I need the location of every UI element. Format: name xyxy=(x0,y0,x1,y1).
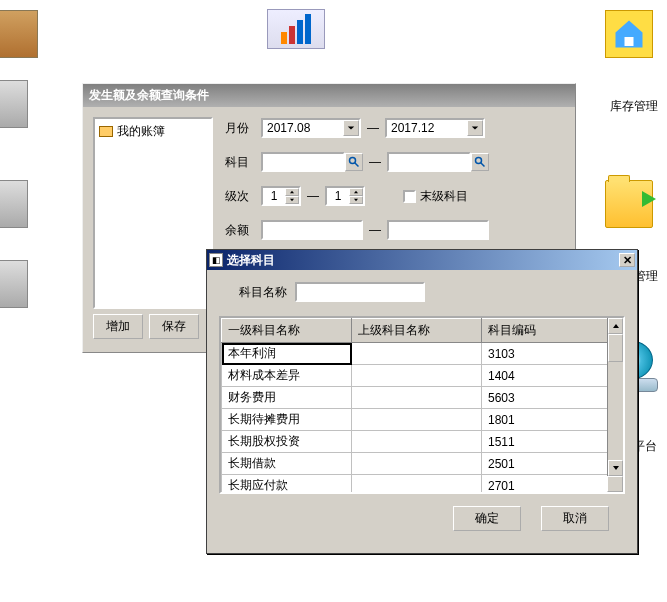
table-cell[interactable]: 长期借款 xyxy=(222,453,352,475)
month-from-combo[interactable] xyxy=(261,118,361,138)
spin-up-icon[interactable] xyxy=(285,188,299,196)
balance-from-input-wrap xyxy=(261,220,363,240)
subject-name-input[interactable] xyxy=(297,284,423,300)
subject-grid[interactable]: 一级科目名称 上级科目名称 科目编码 本年利润3103材料成本差异1404财务费… xyxy=(219,316,625,494)
balance-from-input[interactable] xyxy=(263,222,361,238)
table-cell[interactable] xyxy=(352,431,482,453)
gray-app-icon[interactable] xyxy=(0,80,28,128)
dash: — xyxy=(369,155,381,169)
balance-to-input-wrap xyxy=(387,220,489,240)
level-label: 级次 xyxy=(225,188,261,205)
table-row[interactable]: 长期股权投资1511 xyxy=(222,431,623,453)
close-icon[interactable]: ✕ xyxy=(619,253,635,267)
spin-down-icon[interactable] xyxy=(349,196,363,204)
gray-app-icon-3[interactable] xyxy=(0,260,28,308)
month-to-combo[interactable] xyxy=(385,118,485,138)
table-cell[interactable]: 1801 xyxy=(482,409,623,431)
box-icon[interactable] xyxy=(0,10,38,58)
table-cell[interactable]: 1511 xyxy=(482,431,623,453)
svg-line-3 xyxy=(481,163,485,167)
subject-from-input[interactable] xyxy=(263,154,343,170)
dash: — xyxy=(367,121,379,135)
balance-to-input[interactable] xyxy=(389,222,487,238)
table-row[interactable]: 长期借款2501 xyxy=(222,453,623,475)
subject-name-input-wrap xyxy=(295,282,425,302)
balance-label: 余额 xyxy=(225,222,261,239)
col-code[interactable]: 科目编码 xyxy=(482,319,623,343)
subject-name-label: 科目名称 xyxy=(239,284,287,301)
chart-icon[interactable] xyxy=(267,9,325,49)
subject-to-input-wrap xyxy=(387,152,471,172)
level-to-spinner[interactable] xyxy=(325,186,365,206)
col-l1-name[interactable]: 一级科目名称 xyxy=(222,319,352,343)
table-cell[interactable]: 材料成本差异 xyxy=(222,365,352,387)
table-row[interactable]: 本年利润3103 xyxy=(222,343,623,365)
spin-up-icon[interactable] xyxy=(349,188,363,196)
month-from-input[interactable] xyxy=(263,120,343,136)
add-button[interactable]: 增加 xyxy=(93,314,143,339)
table-cell[interactable] xyxy=(352,475,482,495)
table-cell[interactable] xyxy=(352,409,482,431)
scroll-up-icon[interactable] xyxy=(608,318,623,334)
ledger-tree[interactable]: 我的账簿 xyxy=(93,117,213,309)
table-cell[interactable]: 2701 xyxy=(482,475,623,495)
table-cell[interactable]: 长期待摊费用 xyxy=(222,409,352,431)
table-cell[interactable]: 本年利润 xyxy=(222,343,352,365)
cancel-button[interactable]: 取消 xyxy=(541,506,609,531)
tree-root-item[interactable]: 我的账簿 xyxy=(99,123,207,140)
level-from-spinner[interactable] xyxy=(261,186,301,206)
col-parent-name[interactable]: 上级科目名称 xyxy=(352,319,482,343)
dropdown-icon[interactable] xyxy=(467,120,483,136)
subject-from-input-wrap xyxy=(261,152,345,172)
level-to-input[interactable] xyxy=(327,188,349,204)
table-row[interactable]: 材料成本差异1404 xyxy=(222,365,623,387)
scroll-thumb[interactable] xyxy=(608,334,623,362)
gray-app-icon-2[interactable] xyxy=(0,180,28,228)
dialog-title: 选择科目 xyxy=(227,252,619,269)
inventory-label: 库存管理 xyxy=(610,98,658,115)
leaf-subject-checkbox[interactable] xyxy=(403,190,416,203)
table-cell[interactable]: 5603 xyxy=(482,387,623,409)
table-row[interactable]: 长期应付款2701 xyxy=(222,475,623,495)
dash: — xyxy=(369,223,381,237)
home-icon[interactable] xyxy=(605,10,653,58)
folder-icon xyxy=(99,126,113,137)
select-subject-dialog: ◧ 选择科目 ✕ 科目名称 一级科目名称 上级科目名称 科目编码 本年利润310… xyxy=(206,249,638,554)
table-row[interactable]: 财务费用5603 xyxy=(222,387,623,409)
search-icon[interactable] xyxy=(471,153,489,171)
dash: — xyxy=(307,189,319,203)
ok-button[interactable]: 确定 xyxy=(453,506,521,531)
save-button[interactable]: 保存 xyxy=(149,314,199,339)
svg-point-2 xyxy=(476,158,482,164)
scroll-corner xyxy=(607,476,623,492)
table-row[interactable]: 长期待摊费用1801 xyxy=(222,409,623,431)
level-from-input[interactable] xyxy=(263,188,285,204)
table-cell[interactable]: 长期股权投资 xyxy=(222,431,352,453)
month-to-input[interactable] xyxy=(387,120,467,136)
svg-line-1 xyxy=(355,163,359,167)
folder-export-icon[interactable] xyxy=(605,180,653,228)
leaf-subject-label: 末级科目 xyxy=(420,188,468,205)
table-cell[interactable] xyxy=(352,365,482,387)
table-cell[interactable] xyxy=(352,453,482,475)
scroll-down-icon[interactable] xyxy=(608,460,623,476)
vertical-scrollbar[interactable] xyxy=(607,318,623,492)
app-icon: ◧ xyxy=(209,253,223,267)
tree-root-label: 我的账簿 xyxy=(117,123,165,140)
table-cell[interactable]: 3103 xyxy=(482,343,623,365)
dialog-title: 发生额及余额查询条件 xyxy=(83,84,575,107)
table-cell[interactable]: 2501 xyxy=(482,453,623,475)
dropdown-icon[interactable] xyxy=(343,120,359,136)
subject-label: 科目 xyxy=(225,154,261,171)
table-cell[interactable]: 财务费用 xyxy=(222,387,352,409)
svg-point-0 xyxy=(350,158,356,164)
spin-down-icon[interactable] xyxy=(285,196,299,204)
subject-to-input[interactable] xyxy=(389,154,469,170)
table-cell[interactable]: 长期应付款 xyxy=(222,475,352,495)
table-cell[interactable] xyxy=(352,343,482,365)
table-cell[interactable]: 1404 xyxy=(482,365,623,387)
table-cell[interactable] xyxy=(352,387,482,409)
month-label: 月份 xyxy=(225,120,261,137)
search-icon[interactable] xyxy=(345,153,363,171)
titlebar[interactable]: ◧ 选择科目 ✕ xyxy=(207,250,637,270)
